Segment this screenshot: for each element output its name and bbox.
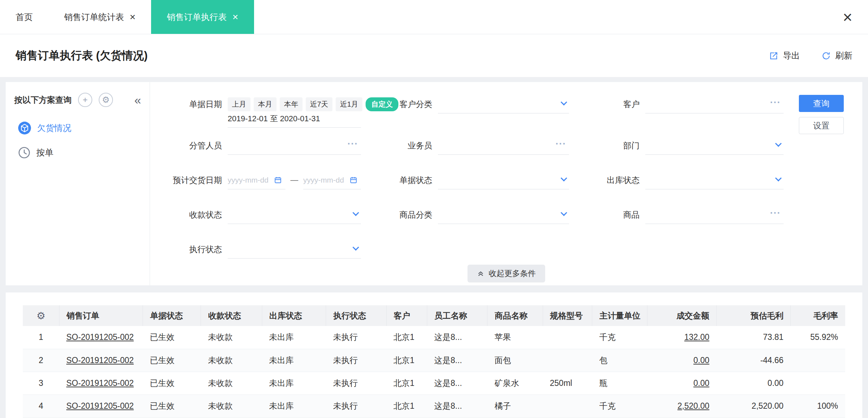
col-header-doc_status: 单据状态 [143, 305, 201, 326]
filter-select-payment-status[interactable] [228, 205, 361, 224]
col-header-margin: 毛利率 [791, 305, 845, 326]
tab-close-icon[interactable]: × [130, 12, 135, 22]
filter-field-payment-status: 收款状态 [170, 205, 361, 224]
order-link[interactable]: SO-20191205-002 [66, 356, 134, 365]
app-root: 首页销售订单统计表×销售订单执行表× × 销售订单执行表 (欠货情况) 导出 刷… [0, 0, 868, 418]
page-title: 销售订单执行表 (欠货情况) [16, 48, 148, 63]
date-preset-button-1[interactable]: 本月 [254, 97, 277, 111]
filter-label-salesperson: 业务员 [361, 136, 432, 155]
col-header-unit: 主计量单位 [592, 305, 647, 326]
tab-2[interactable]: 销售订单执行表× [151, 0, 254, 34]
amount-link[interactable]: 0.00 [693, 356, 709, 365]
chevron-down-icon [560, 209, 567, 216]
col-header-product: 商品名称 [487, 305, 543, 326]
date-filter: 上月本月本年近7天近1月自定义2019-12-01 至 2020-01-31 [228, 95, 361, 128]
cell-spec [543, 326, 592, 349]
filter-label-customer: 客户 [569, 95, 640, 113]
date-preset-button-0[interactable]: 上月 [228, 97, 250, 111]
cell-order: SO-20191205-002 [59, 394, 143, 417]
add-scheme-button[interactable]: + [78, 93, 92, 107]
export-label: 导出 [783, 50, 800, 61]
tab-label: 首页 [16, 11, 33, 23]
filter-select-department[interactable] [645, 136, 784, 155]
cell-profit: 2,520.00 [717, 394, 791, 417]
date-input-end-field[interactable] [303, 176, 349, 184]
query-button[interactable]: 查询 [799, 95, 844, 112]
col-header-out_status: 出库状态 [262, 305, 326, 326]
filter-row-1: 分管人员···业务员···部门 [170, 136, 862, 155]
tab-1[interactable]: 销售订单统计表× [48, 0, 151, 34]
col-header-rownum: ⚙ [23, 305, 59, 326]
amount-link[interactable]: 0.00 [693, 378, 709, 388]
cell-product: 面包 [487, 349, 543, 372]
cell-rownum: 1 [23, 326, 59, 349]
date-preset-button-4[interactable]: 近1月 [336, 97, 362, 111]
refresh-label: 刷新 [835, 50, 852, 61]
filter-field-customer: 客户··· [569, 95, 784, 113]
filter-row-4: 执行状态 [170, 240, 862, 259]
export-icon [769, 51, 779, 61]
filter-field-product-category: 商品分类 [361, 205, 569, 224]
amount-link[interactable]: 2,520.00 [677, 401, 709, 411]
date-input-start-field[interactable] [228, 176, 273, 184]
refresh-icon [821, 51, 831, 61]
filter-label-outbound-status: 出库状态 [569, 171, 640, 189]
filter-field-execution-status: 执行状态 [170, 240, 361, 259]
cell-profit: 0.00 [717, 372, 791, 394]
filter-label-expected-delivery-date: 预计交货日期 [170, 171, 222, 189]
filter-label-doc-status: 单据状态 [361, 171, 432, 189]
filter-field-product: 商品··· [569, 205, 784, 224]
filter-picker-salesperson[interactable]: ··· [438, 136, 569, 155]
cell-exec_status: 未执行 [326, 394, 386, 417]
date-preset-button-3[interactable]: 近7天 [306, 97, 332, 111]
date-input-start[interactable] [228, 171, 285, 189]
col-header-spec: 规格型号 [543, 305, 592, 326]
close-all-icon[interactable]: × [827, 0, 868, 34]
settings-button[interactable]: 设置 [799, 117, 844, 134]
filter-field-outbound-status: 出库状态 [569, 171, 784, 189]
chevron-down-icon [352, 209, 359, 216]
filter-select-execution-status[interactable] [228, 240, 361, 259]
gear-icon[interactable]: ⚙ [36, 310, 45, 321]
page-header: 销售订单执行表 (欠货情况) 导出 刷新 [0, 34, 868, 77]
tab-0[interactable]: 首页 [0, 0, 48, 34]
cell-rownum: 3 [23, 372, 59, 394]
collapse-sidebar-icon[interactable]: « [134, 94, 141, 106]
col-header-employee: 员工名称 [427, 305, 487, 326]
cell-product: 矿泉水 [487, 372, 543, 394]
date-preset-button-2[interactable]: 本年 [280, 97, 303, 111]
amount-link[interactable]: 132.00 [684, 332, 709, 342]
filter-field-salesperson: 业务员··· [361, 136, 569, 155]
calendar-icon [350, 176, 357, 184]
collapse-more-button[interactable]: 收起更多条件 [467, 265, 545, 282]
filter-picker-manager[interactable]: ··· [228, 136, 361, 155]
date-input-end[interactable] [303, 171, 361, 189]
filter-select-product-category[interactable] [438, 205, 569, 224]
chevron-down-icon [560, 99, 567, 105]
export-button[interactable]: 导出 [769, 50, 800, 61]
tab-close-icon[interactable]: × [232, 12, 238, 22]
cell-doc_status: 已生效 [143, 349, 201, 372]
order-link[interactable]: SO-20191205-002 [66, 401, 134, 411]
ellipsis-icon: ··· [770, 98, 781, 107]
scheme-label: 按单 [36, 147, 53, 158]
collapse-more-label: 收起更多条件 [489, 268, 536, 279]
filter-picker-product[interactable]: ··· [645, 205, 784, 224]
filter-picker-customer[interactable]: ··· [645, 95, 784, 113]
scheme-settings-button[interactable]: ⚙ [99, 93, 113, 107]
order-link[interactable]: SO-20191205-002 [66, 378, 134, 388]
cell-doc_status: 已生效 [143, 372, 201, 394]
filter-select-customer-category[interactable] [438, 95, 569, 113]
scheme-item-0[interactable]: 欠货情况 [14, 117, 141, 139]
cell-unit: 千克 [592, 394, 647, 417]
cell-customer: 北京1 [386, 349, 427, 372]
filter-select-doc-status[interactable] [438, 171, 569, 189]
order-link[interactable]: SO-20191205-002 [66, 332, 134, 342]
filter-select-outbound-status[interactable] [645, 171, 784, 189]
refresh-button[interactable]: 刷新 [821, 50, 852, 61]
scheme-sidebar: 按以下方案查询 + ⚙ « 欠货情况按单 [6, 82, 150, 285]
filter-row-2: 预计交货日期—单据状态出库状态 [170, 171, 862, 189]
cell-exec_status: 未执行 [326, 372, 386, 394]
scheme-item-1[interactable]: 按单 [14, 142, 141, 163]
filter-field-doc-date: 单据日期上月本月本年近7天近1月自定义2019-12-01 至 2020-01-… [170, 95, 361, 128]
